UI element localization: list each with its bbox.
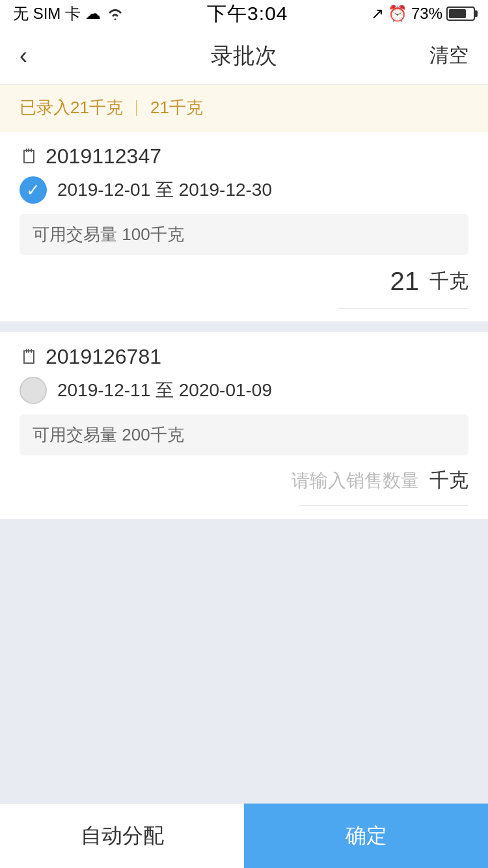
batch2-input-placeholder[interactable]: 请输入销售数量 bbox=[291, 468, 419, 493]
batch2-input-row: 请输入销售数量 千克 bbox=[0, 455, 488, 506]
batch1-icon: 🗒 bbox=[20, 146, 39, 168]
nav-bar: ‹ 录批次 清空 bbox=[0, 27, 488, 85]
battery-icon bbox=[446, 7, 475, 21]
status-bar: 无 SIM 卡 ☁ 下午3:04 ↗ ⏰ 73% bbox=[0, 0, 488, 27]
clear-button[interactable]: 清空 bbox=[429, 42, 468, 69]
confirm-button[interactable]: 确定 bbox=[244, 804, 488, 868]
batch2-dates: 2019-12-11 至 2020-01-09 bbox=[57, 378, 272, 403]
checkmark-icon: ✓ bbox=[26, 180, 40, 200]
location-icon: ↗ bbox=[371, 5, 384, 23]
battery-percent: 73% bbox=[411, 5, 442, 23]
auto-distribute-button[interactable]: 自动分配 bbox=[0, 804, 244, 868]
status-bar-right: ↗ ⏰ 73% bbox=[371, 5, 475, 23]
batch1-available: 可用交易量 100千克 bbox=[20, 214, 468, 255]
batch1-radio[interactable]: ✓ bbox=[20, 176, 47, 204]
batch-item-1: 🗒 2019112347 ✓ 2019-12-01 至 2019-12-30 可… bbox=[0, 131, 488, 321]
sim-status: 无 SIM 卡 ☁ bbox=[13, 3, 101, 24]
batch1-dates: 2019-12-01 至 2019-12-30 bbox=[57, 178, 272, 202]
batch1-unit: 千克 bbox=[429, 268, 468, 295]
recorded-label: 已录入21千克 bbox=[20, 96, 123, 119]
page-title: 录批次 bbox=[211, 41, 277, 71]
alarm-icon: ⏰ bbox=[388, 5, 407, 23]
batch2-id: 2019126781 bbox=[46, 345, 161, 369]
info-banner: 已录入21千克 21千克 bbox=[0, 85, 488, 131]
batch-item-2: 🗒 2019126781 2019-12-11 至 2020-01-09 可用交… bbox=[0, 332, 488, 519]
batch1-id: 2019112347 bbox=[46, 144, 161, 169]
batch2-radio[interactable] bbox=[20, 377, 47, 404]
back-button[interactable]: ‹ bbox=[20, 42, 59, 70]
batch2-unit: 千克 bbox=[429, 467, 468, 494]
section-divider bbox=[0, 321, 488, 332]
status-bar-left: 无 SIM 卡 ☁ bbox=[13, 3, 124, 24]
time-display: 下午3:04 bbox=[207, 1, 288, 27]
wifi-icon bbox=[106, 7, 124, 21]
banner-divider bbox=[136, 100, 137, 116]
batch1-quantity: 21 bbox=[390, 267, 420, 296]
batch2-available: 可用交易量 200千克 bbox=[20, 414, 468, 455]
batch1-quantity-row: 21 千克 bbox=[0, 255, 488, 308]
batch2-icon: 🗒 bbox=[20, 346, 39, 368]
bottom-bar: 自动分配 确定 bbox=[0, 803, 488, 868]
gray-area bbox=[0, 519, 488, 812]
total-label: 21千克 bbox=[150, 96, 203, 119]
